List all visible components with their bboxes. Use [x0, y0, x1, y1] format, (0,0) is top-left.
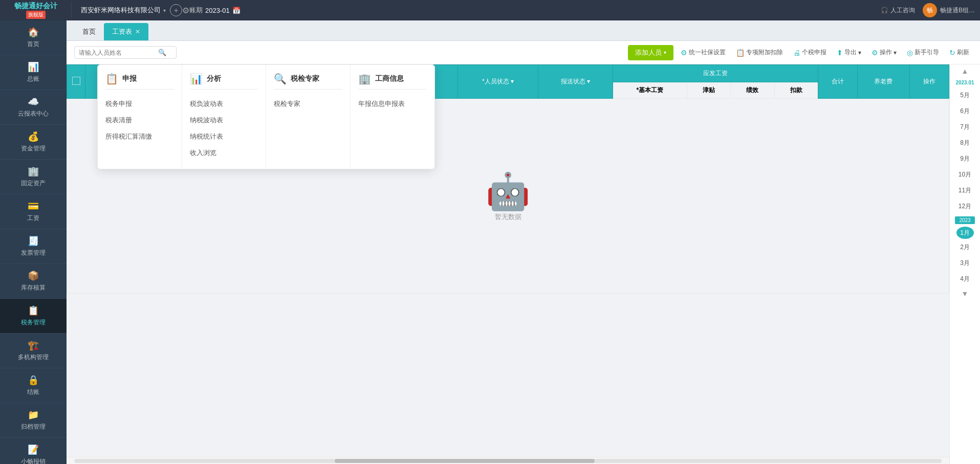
- sidebar-label-funds: 资金管理: [21, 144, 46, 153]
- search-input[interactable]: [79, 49, 156, 56]
- table-scrollbar[interactable]: [67, 457, 949, 464]
- panel-down-arrow[interactable]: ▼: [959, 287, 971, 300]
- period-label: 账期: [189, 6, 203, 15]
- sidebar-item-home[interactable]: 🏠 首页: [0, 20, 67, 55]
- month-item-10[interactable]: 10月: [950, 167, 980, 183]
- home-icon: 🏠: [28, 27, 39, 38]
- sidebar-item-ledger[interactable]: 📊 总账: [0, 55, 67, 90]
- filter-icon-status[interactable]: ▾: [511, 78, 514, 85]
- tab-home[interactable]: 首页: [74, 23, 104, 40]
- month-item-11[interactable]: 11月: [950, 183, 980, 198]
- special-deduction-icon: 📋: [736, 49, 745, 57]
- declaration-header-icon: 📋: [105, 73, 118, 85]
- submenu-item-tax-burden[interactable]: 税负波动表: [190, 96, 258, 112]
- submenu-item-annual-report[interactable]: 年报信息申报表: [358, 96, 427, 112]
- sidebar-item-assets[interactable]: 🏢 固定资产: [0, 160, 67, 194]
- multi-org-icon: 🏗️: [28, 340, 39, 351]
- operations-button[interactable]: ⚙ 操作 ▾: [868, 46, 900, 59]
- th-base-salary: *基本工资: [613, 82, 687, 99]
- submenu-item-tax-table[interactable]: 税表清册: [105, 112, 174, 128]
- submenu-item-income-browse[interactable]: 收入浏览: [190, 145, 258, 161]
- social-insurance-label: 统一社保设置: [689, 48, 726, 57]
- archive-icon: 📁: [28, 409, 39, 421]
- search-icon[interactable]: 🔍: [158, 49, 166, 56]
- sidebar-item-cloud[interactable]: ☁️ 云报表中心: [0, 90, 67, 125]
- month-item-5[interactable]: 5月: [950, 87, 980, 103]
- empty-icon: 🤖: [486, 170, 530, 212]
- year-badge-2023: 2023: [955, 216, 974, 224]
- special-deduction-label: 专项附加扣除: [746, 48, 783, 57]
- calendar-icon[interactable]: 📅: [232, 7, 241, 14]
- th-ops: 操作: [909, 65, 949, 99]
- cloud-icon: ☁️: [28, 96, 39, 107]
- tab-salary-table[interactable]: 工资表 ✕: [104, 23, 148, 40]
- submenu-item-tax-declaration[interactable]: 税务申报: [105, 96, 174, 112]
- sidebar-item-invoice[interactable]: 🧾 发票管理: [0, 229, 67, 264]
- add-company-button[interactable]: +: [170, 4, 182, 16]
- user-area[interactable]: 畅 畅捷通B组…: [923, 3, 975, 17]
- sidebar-label-multi-org: 多机构管理: [18, 353, 49, 362]
- operations-label: 操作: [880, 48, 892, 57]
- tab-home-label: 首页: [82, 27, 96, 36]
- analysis-header-icon: 📊: [190, 73, 203, 85]
- top-header: 畅捷通好会计 旗舰版 西安虾米网络科技有限公司 ▾ + ⚙ 账期 2023-01…: [0, 0, 980, 20]
- month-item-7[interactable]: 7月: [950, 119, 980, 135]
- sidebar-item-funds[interactable]: 💰 资金管理: [0, 125, 67, 160]
- refresh-button[interactable]: ↻ 刷新: [946, 46, 972, 59]
- sidebar-item-close[interactable]: 🔒 结账: [0, 368, 67, 403]
- th-salary-group: 应发工资: [613, 65, 818, 82]
- refresh-icon: ↻: [949, 49, 955, 57]
- settings-icon[interactable]: ⚙: [182, 6, 189, 15]
- operations-icon: ⚙: [872, 49, 878, 57]
- th-deductions: 扣款: [774, 82, 818, 99]
- special-deduction-button[interactable]: 📋 专项附加扣除: [733, 46, 786, 59]
- month-item-8[interactable]: 8月: [950, 135, 980, 151]
- month-item-9[interactable]: 9月: [950, 151, 980, 167]
- period-area: 账期 2023-01 📅: [189, 6, 241, 15]
- submenu-item-expert[interactable]: 税检专家: [274, 96, 342, 112]
- filter-icon-report[interactable]: ▾: [587, 78, 590, 85]
- year-label-2023: 2023.01: [955, 78, 974, 87]
- month-item-6[interactable]: 6月: [950, 103, 980, 119]
- personal-tax-button[interactable]: 🖨 个税申报: [790, 46, 830, 59]
- tab-close-icon[interactable]: ✕: [135, 28, 140, 35]
- submenu-popup: 📋 申报 税务申报 税表清册 所得税汇算清缴 📊 分析 税负波动表: [97, 64, 435, 169]
- sidebar-item-archive[interactable]: 📁 归档管理: [0, 403, 67, 438]
- sidebar-item-multi-org[interactable]: 🏗️ 多机构管理: [0, 334, 67, 368]
- service-button[interactable]: 🎧 人工咨询: [881, 6, 915, 15]
- inventory-icon: 📦: [28, 270, 39, 281]
- salary-icon: 💳: [28, 201, 39, 212]
- month-item-2[interactable]: 2月: [950, 239, 980, 255]
- new-guide-icon: ◎: [907, 49, 913, 57]
- submenu-col-analysis: 📊 分析 税负波动表 纳税波动表 纳税统计表 收入浏览: [182, 65, 267, 169]
- submenu-col-declaration: 📋 申报 税务申报 税表清册 所得税汇算清缴: [98, 65, 182, 169]
- submenu-col-business: 🏢 工商信息 年报信息申报表: [351, 65, 435, 169]
- business-header-icon: 🏢: [358, 73, 371, 85]
- social-insurance-button[interactable]: ⚙ 统一社保设置: [678, 46, 729, 59]
- submenu-header-declaration: 📋 申报: [105, 73, 174, 90]
- export-button[interactable]: ⬆ 导出 ▾: [834, 46, 864, 59]
- th-subsidy: 津贴: [687, 82, 730, 99]
- search-wrap[interactable]: 🔍: [74, 46, 177, 59]
- sidebar-item-report[interactable]: 📝 小畅报销: [0, 438, 67, 464]
- submenu-item-tax-payment[interactable]: 纳税波动表: [190, 112, 258, 128]
- month-item-12[interactable]: 12月: [950, 198, 980, 214]
- operations-dropdown-icon: ▾: [894, 49, 897, 56]
- sidebar-item-tax[interactable]: 📋 税务管理: [0, 299, 67, 334]
- sidebar-item-inventory[interactable]: 📦 库存核算: [0, 264, 67, 299]
- sidebar-label-close: 结账: [27, 388, 39, 396]
- toolbar-right: 添加人员 ▾ ⚙ 统一社保设置 📋 专项附加扣除 🖨 个税申报 ⬆ 导: [628, 45, 972, 60]
- sidebar-label-invoice: 发票管理: [21, 249, 46, 257]
- company-selector[interactable]: 西安虾米网络科技有限公司 ▾: [77, 4, 170, 17]
- submenu-item-income-settlement[interactable]: 所得税汇算清缴: [105, 128, 174, 145]
- funds-icon: 💰: [28, 131, 39, 142]
- new-guide-button[interactable]: ◎ 新手引导: [904, 46, 942, 59]
- month-item-3[interactable]: 3月: [950, 255, 980, 271]
- month-item-4[interactable]: 4月: [950, 271, 980, 287]
- select-all-checkbox[interactable]: [72, 77, 80, 85]
- submenu-item-tax-stats[interactable]: 纳税统计表: [190, 128, 258, 145]
- panel-up-arrow[interactable]: ▲: [959, 64, 971, 78]
- add-person-button[interactable]: 添加人员 ▾: [628, 45, 673, 60]
- sidebar-item-salary[interactable]: 💳 工资: [0, 194, 67, 229]
- month-item-1-active[interactable]: 1月: [956, 227, 974, 239]
